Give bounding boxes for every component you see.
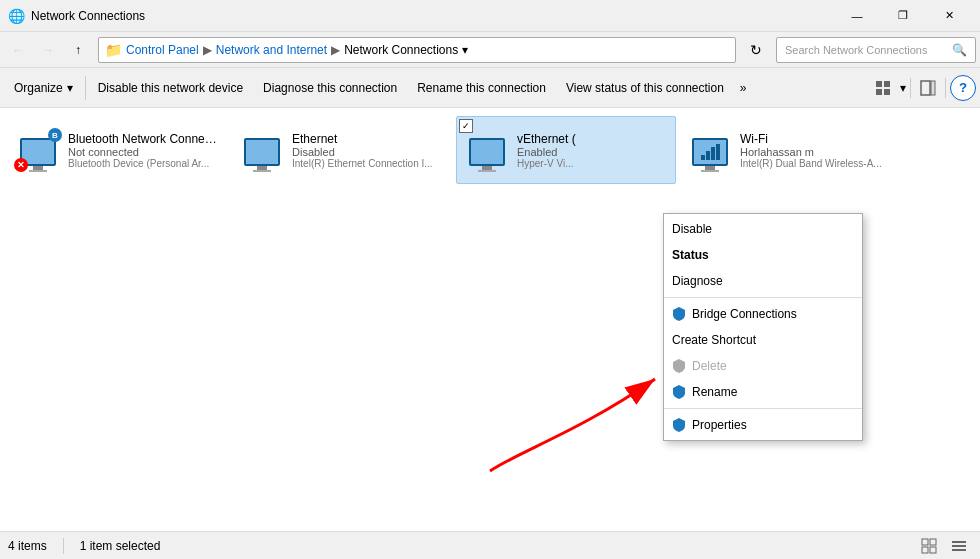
vethernet-status: Enabled	[517, 146, 667, 158]
status-bar: 4 items 1 item selected	[0, 531, 980, 559]
context-separator-2	[664, 408, 862, 409]
svg-rect-8	[930, 539, 936, 545]
rename-label: Rename this connection	[417, 81, 546, 95]
network-item-ethernet[interactable]: Ethernet Disabled Intel(R) Ethernet Conn…	[232, 116, 452, 184]
context-menu-rename[interactable]: Rename	[664, 379, 862, 405]
bluetooth-status: Not connected	[68, 146, 220, 158]
context-shortcut-label: Create Shortcut	[672, 333, 756, 347]
maximize-button[interactable]: ❐	[880, 0, 926, 32]
rename-button[interactable]: Rename this connection	[407, 70, 556, 106]
context-menu-properties[interactable]: Properties	[664, 412, 862, 438]
svg-rect-4	[921, 81, 930, 95]
svg-rect-1	[884, 81, 890, 87]
ethernet-name: Ethernet	[292, 132, 444, 146]
ethernet-info: Ethernet Disabled Intel(R) Ethernet Conn…	[292, 132, 444, 169]
context-delete-label: Delete	[692, 359, 727, 373]
delete-shield-icon	[672, 359, 686, 373]
svg-rect-5	[931, 81, 935, 95]
close-button[interactable]: ✕	[926, 0, 972, 32]
status-view-controls	[916, 533, 972, 559]
toolbar-separator-2	[910, 78, 911, 98]
context-menu-disable[interactable]: Disable	[664, 216, 862, 242]
ethernet-icon	[240, 128, 284, 172]
preview-pane-button[interactable]	[915, 75, 941, 101]
breadcrumb-network-connections: Network Connections	[344, 43, 458, 57]
help-button[interactable]: ?	[950, 75, 976, 101]
bluetooth-info: Bluetooth Network Connection Not connect…	[68, 132, 220, 169]
more-button[interactable]: »	[734, 70, 753, 106]
title-bar: 🌐 Network Connections — ❐ ✕	[0, 0, 980, 32]
disable-label: Disable this network device	[98, 81, 243, 95]
breadcrumb-control-panel[interactable]: Control Panel	[126, 43, 199, 57]
toolbar-separator-3	[945, 78, 946, 98]
network-item-wifi[interactable]: Wi-Fi Horlahassan m Intel(R) Dual Band W…	[680, 116, 900, 184]
breadcrumb-sep1: ▶	[203, 43, 212, 57]
svg-rect-13	[952, 549, 966, 551]
wifi-info: Wi-Fi Horlahassan m Intel(R) Dual Band W…	[740, 132, 892, 169]
vethernet-info: vEthernet ( Enabled Hyper-V Vi...	[517, 132, 667, 169]
forward-button[interactable]: →	[34, 36, 62, 64]
wifi-device: Intel(R) Dual Band Wireless-A...	[740, 158, 892, 169]
bluetooth-icon: ✕ B	[16, 128, 60, 172]
bluetooth-device: Bluetooth Device (Personal Ar...	[68, 158, 220, 169]
item-count: 4 items	[8, 539, 47, 553]
disable-button[interactable]: Disable this network device	[88, 70, 253, 106]
window-title: Network Connections	[31, 9, 834, 23]
context-menu: Disable Status Diagnose Bridge Connectio…	[663, 213, 863, 441]
up-button[interactable]: ↑	[64, 36, 92, 64]
vethernet-name: vEthernet (	[517, 132, 667, 146]
main-content: ✕ B Bluetooth Network Connection Not con…	[0, 108, 980, 531]
view-dropdown-icon: ▾	[900, 81, 906, 95]
context-properties-label: Properties	[692, 418, 747, 432]
svg-rect-3	[884, 89, 890, 95]
status-separator	[63, 538, 64, 554]
wifi-icon	[688, 128, 732, 172]
context-bridge-label: Bridge Connections	[692, 307, 797, 321]
context-menu-shortcut[interactable]: Create Shortcut	[664, 327, 862, 353]
search-icon: 🔍	[952, 43, 967, 57]
vethernet-icon	[465, 128, 509, 172]
address-bar: ← → ↑ 📁 Control Panel ▶ Network and Inte…	[0, 32, 980, 68]
context-status-label: Status	[672, 248, 709, 262]
minimize-button[interactable]: —	[834, 0, 880, 32]
svg-rect-9	[922, 547, 928, 553]
breadcrumb-dropdown[interactable]: ▾	[462, 43, 468, 57]
context-menu-status[interactable]: Status	[664, 242, 862, 268]
svg-rect-2	[876, 89, 882, 95]
breadcrumb-sep2: ▶	[331, 43, 340, 57]
window-icon: 🌐	[8, 8, 25, 24]
context-menu-delete[interactable]: Delete	[664, 353, 862, 379]
diagnose-label: Diagnose this connection	[263, 81, 397, 95]
status-grid-view[interactable]	[916, 533, 942, 559]
change-view-button[interactable]	[870, 75, 896, 101]
context-menu-diagnose[interactable]: Diagnose	[664, 268, 862, 294]
selected-count: 1 item selected	[80, 539, 161, 553]
context-separator-1	[664, 297, 862, 298]
breadcrumb-network-internet[interactable]: Network and Internet	[216, 43, 327, 57]
back-button[interactable]: ←	[4, 36, 32, 64]
network-item-bluetooth[interactable]: ✕ B Bluetooth Network Connection Not con…	[8, 116, 228, 184]
organize-button[interactable]: Organize ▾	[4, 70, 83, 106]
more-icon: »	[740, 81, 747, 95]
view-status-button[interactable]: View status of this connection	[556, 70, 734, 106]
toolbar-separator-1	[85, 76, 86, 100]
status-list-view[interactable]	[946, 533, 972, 559]
refresh-button[interactable]: ↻	[742, 36, 770, 64]
svg-rect-11	[952, 541, 966, 543]
wifi-status: Horlahassan m	[740, 146, 892, 158]
search-box[interactable]: Search Network Connections 🔍	[776, 37, 976, 63]
bluetooth-name: Bluetooth Network Connection	[68, 132, 220, 146]
context-menu-bridge[interactable]: Bridge Connections	[664, 301, 862, 327]
diagnose-button[interactable]: Diagnose this connection	[253, 70, 407, 106]
ethernet-device: Intel(R) Ethernet Connection I...	[292, 158, 444, 169]
checkbox-selected: ✓	[459, 119, 473, 133]
svg-rect-0	[876, 81, 882, 87]
address-box[interactable]: 📁 Control Panel ▶ Network and Internet ▶…	[98, 37, 736, 63]
network-item-vethernet[interactable]: ✓ vEthernet ( Enabled Hyper-V Vi...	[456, 116, 676, 184]
svg-rect-10	[930, 547, 936, 553]
context-disable-label: Disable	[672, 222, 712, 236]
organize-label: Organize	[14, 81, 63, 95]
rename-shield-icon	[672, 385, 686, 399]
bridge-shield-icon	[672, 307, 686, 321]
ethernet-status: Disabled	[292, 146, 444, 158]
